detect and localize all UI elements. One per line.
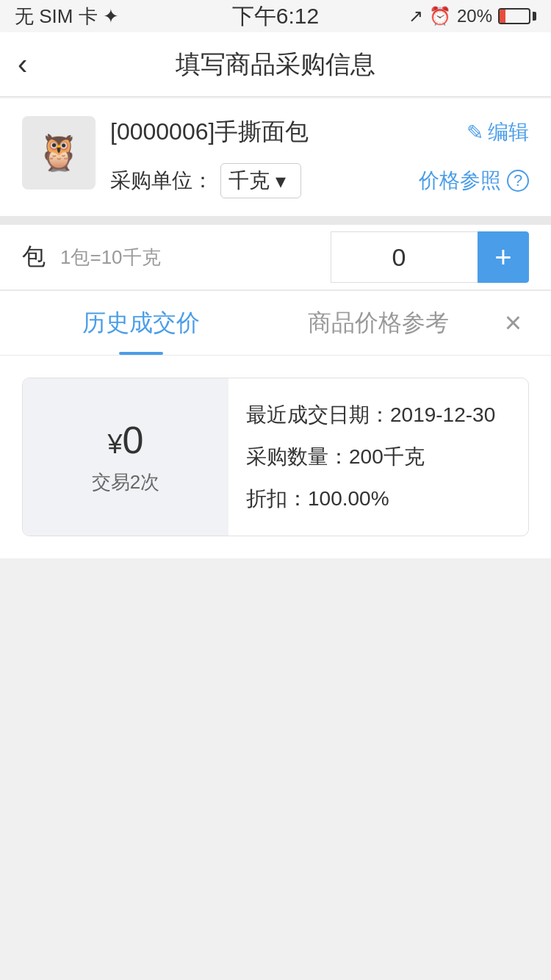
tab-history-label: 历史成交价 <box>82 307 200 339</box>
unit-badge: 包 <box>22 241 46 273</box>
product-title-row: [0000006]手撕面包 ✎ 编辑 <box>110 116 529 148</box>
product-info: [0000006]手撕面包 ✎ 编辑 采购单位： 千克 ▾ <box>110 116 529 198</box>
history-price: ¥0 <box>108 418 144 462</box>
quantity-input[interactable] <box>331 231 478 283</box>
history-content: ¥0 交易2次 最近成交日期：2019-12-30 采购数量：200千克 折扣：… <box>0 356 551 558</box>
price-ref-button[interactable]: 价格参照 ? <box>419 167 529 195</box>
battery-icon <box>498 8 536 24</box>
back-button[interactable]: ‹ <box>18 48 27 81</box>
purchase-unit-label: 采购单位： <box>110 167 213 195</box>
history-card: ¥0 交易2次 最近成交日期：2019-12-30 采购数量：200千克 折扣：… <box>22 378 529 536</box>
quantity-plus-button[interactable]: + <box>478 231 529 283</box>
status-right: ↗ ⏰ 20% <box>408 6 536 26</box>
product-image: 🦉 <box>22 116 96 190</box>
battery-percent: 20% <box>457 6 492 26</box>
discount-value: 100.00% <box>308 487 389 510</box>
discount-row: 折扣：100.00% <box>246 484 511 513</box>
edit-icon: ✎ <box>467 120 483 145</box>
main-content: 🦉 [0000006]手撕面包 ✎ 编辑 采购单位： 千克 ▾ <box>0 98 551 980</box>
page-title: 填写商品采购信息 <box>176 48 375 82</box>
tab-section: 历史成交价 商品价格参考 × ¥0 交易2次 最近成交日期：2019-12-30 <box>0 291 551 558</box>
status-time: 下午6:12 <box>232 1 319 32</box>
product-header: 🦉 [0000006]手撕面包 ✎ 编辑 采购单位： 千克 ▾ <box>22 116 529 198</box>
product-name: [0000006]手撕面包 <box>110 116 309 148</box>
tab-header: 历史成交价 商品价格参考 × <box>0 291 551 356</box>
history-price-panel: ¥0 交易2次 <box>23 378 228 536</box>
tab-price-ref-label: 商品价格参考 <box>308 307 449 339</box>
unit-select[interactable]: 千克 ▾ <box>220 163 301 198</box>
discount-label: 折扣： <box>246 487 308 510</box>
purchase-row: 采购单位： 千克 ▾ 价格参照 ? <box>110 163 529 198</box>
purchase-qty-label: 采购数量： <box>246 445 349 468</box>
tab-price-reference[interactable]: 商品价格参考 <box>259 291 497 355</box>
quantity-row: 包 1包=10千克 + <box>0 225 551 289</box>
purchase-qty-row: 采购数量：200千克 <box>246 442 511 471</box>
dropdown-arrow: ▾ <box>276 169 286 193</box>
price-ref-question-icon: ? <box>507 170 529 192</box>
sim-text: 无 SIM 卡 ✦ <box>15 4 119 29</box>
alarm-icon: ⏰ <box>429 6 451 26</box>
recent-date-value: 2019-12-30 <box>390 403 495 426</box>
price-ref-label: 价格参照 <box>419 167 501 195</box>
recent-date-row: 最近成交日期：2019-12-30 <box>246 400 511 429</box>
status-left: 无 SIM 卡 ✦ <box>15 4 119 29</box>
product-card: 🦉 [0000006]手撕面包 ✎ 编辑 采购单位： 千克 ▾ <box>0 98 551 216</box>
unit-note: 1包=10千克 <box>60 245 316 270</box>
purchase-qty-value: 200千克 <box>349 445 425 468</box>
quantity-input-area: + <box>331 231 529 283</box>
tab-history-price[interactable]: 历史成交价 <box>22 291 259 355</box>
edit-button[interactable]: ✎ 编辑 <box>467 118 529 146</box>
unit-row: 采购单位： 千克 ▾ <box>110 163 301 198</box>
section-divider <box>0 216 551 225</box>
status-bar: 无 SIM 卡 ✦ 下午6:12 ↗ ⏰ 20% <box>0 0 551 32</box>
recent-date-label: 最近成交日期： <box>246 403 390 426</box>
currency-symbol: ¥ <box>108 429 123 459</box>
history-details-panel: 最近成交日期：2019-12-30 采购数量：200千克 折扣：100.00% <box>228 378 528 536</box>
unit-value: 千克 <box>228 167 270 195</box>
tab-close-button[interactable]: × <box>497 306 529 339</box>
edit-label: 编辑 <box>488 118 529 146</box>
location-icon: ↗ <box>408 6 423 26</box>
history-trades: 交易2次 <box>92 469 159 495</box>
nav-bar: ‹ 填写商品采购信息 <box>0 32 551 97</box>
product-logo: 🦉 <box>37 132 81 173</box>
price-value: 0 <box>123 419 144 461</box>
